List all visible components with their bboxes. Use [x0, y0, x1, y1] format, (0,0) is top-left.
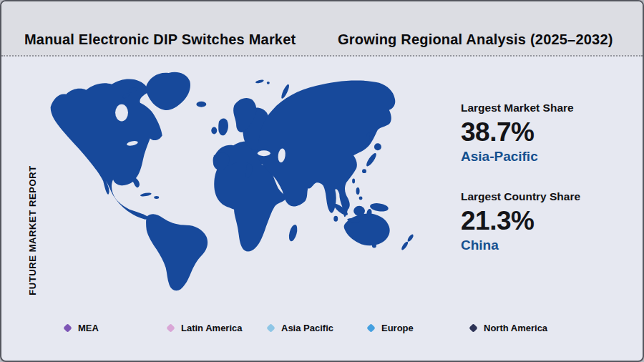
landmass-britain: [218, 119, 228, 136]
island-kyushu: [362, 169, 366, 173]
island-ireland: [211, 127, 217, 134]
island-borneo: [353, 206, 365, 216]
legend-item-mea: MEA: [64, 321, 99, 335]
landmass-north-america: [51, 79, 162, 219]
island-arctic-dot: [267, 82, 270, 84]
island-hispaniola: [154, 196, 159, 199]
island-taiwan: [352, 179, 355, 184]
legend-dot-north-america: [469, 323, 478, 333]
island-philippines-north: [356, 187, 360, 195]
island-svalbard: [255, 79, 265, 84]
landmass-greenland: [146, 72, 190, 110]
island-honshu: [365, 152, 378, 167]
stat-market-share-region: Asia-Pacific: [461, 149, 637, 165]
island-iceland: [196, 102, 206, 107]
island-new-guinea: [369, 202, 389, 212]
sea-hudson-bay: [115, 104, 128, 122]
island-madagascar: [288, 224, 299, 243]
infographic-frame: Manual Electronic DIP Switches Market Gr…: [0, 0, 644, 362]
title-bar: Manual Electronic DIP Switches Market Gr…: [1, 1, 643, 57]
stat-country-share: Largest Country Share 21.3% China: [461, 190, 637, 253]
stat-market-share-value: 38.7%: [461, 119, 637, 147]
legend-dot-latin-america: [166, 323, 175, 333]
legend-dot-mea: [63, 323, 72, 333]
stat-market-share: Largest Market Share 38.7% Asia-Pacific: [461, 102, 637, 165]
island-hokkaido: [374, 143, 381, 150]
world-map-container: [46, 67, 445, 309]
legend-label-north-america: North America: [484, 323, 547, 333]
island-tasmania: [372, 244, 376, 248]
legend-item-north-america: North America: [470, 321, 547, 335]
stat-market-share-label: Largest Market Share: [461, 102, 637, 114]
island-philippines-south: [359, 196, 363, 200]
brand-vertical-label: FUTURE MARKET REPORT: [27, 152, 39, 309]
legend-label-latin-america: Latin America: [181, 323, 243, 333]
world-map: [46, 67, 445, 309]
stats-panel: Largest Market Share 38.7% Asia-Pacific …: [461, 102, 637, 253]
legend-dot-asia-pacific: [266, 323, 275, 333]
legend-label-asia-pacific: Asia Pacific: [281, 323, 333, 333]
legend-item-latin-america: Latin America: [167, 321, 243, 335]
island-new-zealand-south: [401, 240, 409, 250]
island-sri-lanka: [333, 216, 338, 222]
landmass-south-america: [146, 214, 208, 290]
legend-label-europe: Europe: [381, 323, 414, 333]
legend-label-mea: MEA: [78, 323, 99, 333]
page-title-analysis: Growing Regional Analysis (2025–2032): [338, 31, 613, 48]
world-map-land: [51, 72, 414, 290]
island-cuba: [140, 192, 152, 197]
legend-dot-europe: [366, 323, 376, 333]
sea-black-sea: [258, 150, 270, 156]
legend-item-asia-pacific: Asia Pacific: [268, 321, 333, 335]
legend-item-europe: Europe: [368, 321, 414, 335]
stat-country-share-label: Largest Country Share: [461, 190, 637, 203]
page-title-market: Manual Electronic DIP Switches Market: [24, 31, 296, 48]
map-legend: MEA Latin America Asia Pacific Europe No…: [1, 321, 644, 336]
stat-country-share-region: China: [461, 238, 637, 253]
stat-country-share-value: 21.3%: [461, 207, 637, 235]
island-new-zealand-north: [406, 233, 414, 243]
